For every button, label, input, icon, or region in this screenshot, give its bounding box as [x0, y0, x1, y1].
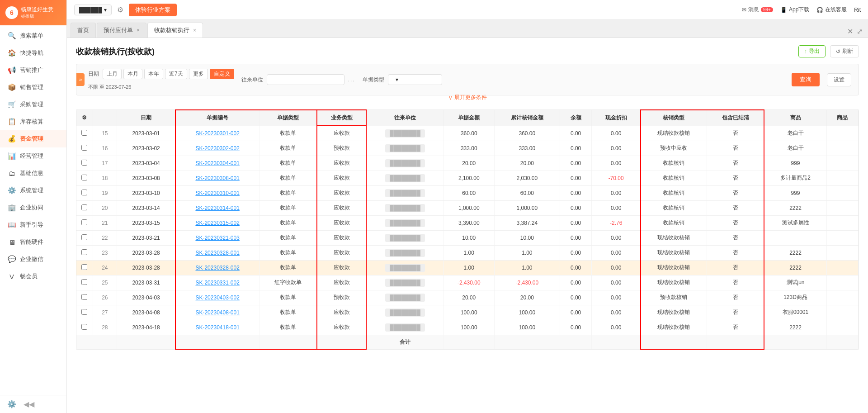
- cell-select[interactable]: [76, 260, 93, 275]
- cell-goods: 999: [764, 156, 826, 171]
- account-dropdown[interactable]: ██████ ▾: [74, 5, 112, 15]
- cell-doc-no: SK-20230304-001: [175, 156, 259, 171]
- tab-close-btn[interactable]: ×: [137, 27, 140, 33]
- cell-include-settled: 否: [707, 275, 764, 290]
- cell-goods2: [826, 335, 858, 349]
- data-table: ⚙ 日期 单据编号 单据类型 业务类型 往来单位 单据金额 累计核销金额 余额 …: [76, 109, 859, 350]
- settings-icon[interactable]: ⚙️: [7, 400, 16, 408]
- cell-biz-type: 应收款: [317, 230, 366, 245]
- tab-home[interactable]: 首页: [71, 23, 96, 38]
- page-inner: 收款核销执行(按收款) ↑ 导出 ↺ 刷新 »: [67, 38, 868, 413]
- cell-doc-no: SK-20230403-002: [175, 290, 259, 305]
- sidebar-item-wechat[interactable]: 💬企业微信: [0, 251, 66, 268]
- sidebar-item-label: 新手引导: [20, 221, 43, 229]
- tab-close-btn[interactable]: ×: [193, 27, 196, 33]
- user-name[interactable]: Rit: [854, 7, 861, 13]
- partner-input[interactable]: [267, 74, 344, 85]
- cell-doc-type: 收款单: [259, 200, 317, 215]
- col-include-settled: 包含已结清: [707, 110, 764, 126]
- sidebar-item-basic[interactable]: 🗂基础信息: [0, 165, 66, 182]
- app-download-action[interactable]: 📱 App下载: [780, 6, 809, 14]
- date-custom[interactable]: 自定义: [210, 69, 234, 79]
- cell-doc-no: SK-20230302-002: [175, 141, 259, 156]
- cell-no: 17: [93, 156, 117, 171]
- cell-partner: ████████: [366, 141, 443, 156]
- tab-prepay[interactable]: 预付应付单×: [97, 23, 146, 38]
- cell-balance: 0.00: [560, 275, 591, 290]
- cell-select[interactable]: [76, 230, 93, 245]
- date-this-month[interactable]: 本月: [123, 69, 142, 79]
- query-button[interactable]: 查询: [792, 73, 820, 86]
- sidebar-item-quick-nav[interactable]: 🏠快捷导航: [0, 44, 66, 62]
- cell-select[interactable]: [76, 335, 93, 349]
- chevron-down-icon2: ∨: [448, 95, 453, 101]
- sidebar-item-sales[interactable]: 📦销售管理: [0, 79, 66, 96]
- col-settings[interactable]: ⚙: [76, 110, 93, 126]
- sidebar-item-label: 营销推广: [20, 66, 43, 74]
- cell-select[interactable]: [76, 141, 93, 156]
- cell-cumulative: [494, 335, 560, 349]
- cell-include-settled: [707, 335, 764, 349]
- sidebar-item-marketing[interactable]: 📢营销推广: [0, 62, 66, 79]
- cell-balance: 0.00: [560, 320, 591, 335]
- cell-select[interactable]: [76, 126, 93, 141]
- sidebar-item-hardware[interactable]: 🖥智能硬件: [0, 233, 66, 251]
- cell-doc-type: 收款单: [259, 185, 317, 200]
- cell-select[interactable]: [76, 305, 93, 320]
- cell-goods: 2222: [764, 260, 826, 275]
- cell-cash-discount: -70.00: [592, 171, 641, 185]
- cell-select[interactable]: [76, 200, 93, 215]
- industry-btn[interactable]: 体验行业方案: [129, 4, 177, 16]
- sidebar-item-search[interactable]: 🔍搜索菜单: [0, 27, 66, 44]
- date-last-month[interactable]: 上月: [103, 69, 122, 79]
- date-this-year[interactable]: 本年: [144, 69, 163, 79]
- date-more[interactable]: 更多: [189, 69, 208, 79]
- cell-select[interactable]: [76, 156, 93, 171]
- col-cancel-type: 核销类型: [641, 110, 707, 126]
- cell-select[interactable]: [76, 275, 93, 290]
- tab-close-icon[interactable]: ✕: [847, 27, 853, 36]
- cell-select[interactable]: [76, 185, 93, 200]
- sidebar-item-purchase[interactable]: 🛒采购管理: [0, 96, 66, 113]
- cell-select[interactable]: [76, 320, 93, 335]
- sidebar-item-finance[interactable]: 💰资金管理: [0, 130, 66, 147]
- message-action[interactable]: ✉ 消息 99+: [742, 6, 773, 14]
- cell-doc-type: [259, 335, 317, 349]
- tab-expand-icon[interactable]: ⤢: [857, 27, 863, 36]
- export-button[interactable]: ↑ 导出: [798, 45, 826, 57]
- cell-date: [117, 335, 175, 349]
- cell-biz-type: 应收款: [317, 200, 366, 215]
- cell-biz-type: 预收款: [317, 290, 366, 305]
- settings-gear-icon[interactable]: ⚙: [117, 5, 123, 14]
- sidebar-item-system[interactable]: ⚙️系统管理: [0, 182, 66, 199]
- filter-expand-button[interactable]: »: [76, 73, 85, 86]
- hardware-icon: 🖥: [7, 238, 16, 246]
- topbar: ██████ ▾ ⚙ 体验行业方案 ✉ 消息 99+ 📱 App下载 🎧 在线客…: [67, 0, 868, 20]
- collapse-icon[interactable]: ◀◀: [24, 400, 34, 408]
- cell-select[interactable]: [76, 290, 93, 305]
- cell-doc-no: SK-20230408-001: [175, 305, 259, 320]
- sidebar-item-label: 库存核算: [20, 118, 43, 126]
- cell-select[interactable]: [76, 171, 93, 185]
- sidebar-item-member[interactable]: V畅会员: [0, 268, 66, 285]
- filter-settings-button[interactable]: 设置: [827, 73, 851, 86]
- sidebar-item-enterprise[interactable]: 🏢企业协同: [0, 199, 66, 216]
- cell-biz-type: 应收款: [317, 215, 366, 230]
- filter-date-row: 日期 上月 本月 本年 近7天 更多 自定义: [88, 69, 234, 79]
- filter-date-range: 不限 至 2023-07-26: [88, 84, 131, 90]
- expand-more-btn[interactable]: ∨ 展开更多条件: [76, 94, 859, 101]
- tab-label: 收款核销执行: [154, 26, 189, 34]
- online-service-action[interactable]: 🎧 在线客服: [816, 6, 847, 14]
- sidebar-item-operation[interactable]: 📊经营管理: [0, 147, 66, 165]
- sidebar-item-guide[interactable]: 📖新手引导: [0, 216, 66, 233]
- cell-select[interactable]: [76, 215, 93, 230]
- wechat-icon: 💬: [7, 255, 16, 263]
- col-date: 日期: [117, 110, 175, 126]
- refresh-button[interactable]: ↺ 刷新: [830, 45, 859, 57]
- tab-collect-cancel[interactable]: 收款核销执行×: [147, 23, 203, 38]
- doctype-select[interactable]: ▾: [388, 74, 442, 85]
- sidebar-item-inventory[interactable]: 📋库存核算: [0, 113, 66, 130]
- cell-doc-type: 收款单: [259, 305, 317, 320]
- cell-select[interactable]: [76, 245, 93, 260]
- date-last-7-days[interactable]: 近7天: [165, 69, 187, 79]
